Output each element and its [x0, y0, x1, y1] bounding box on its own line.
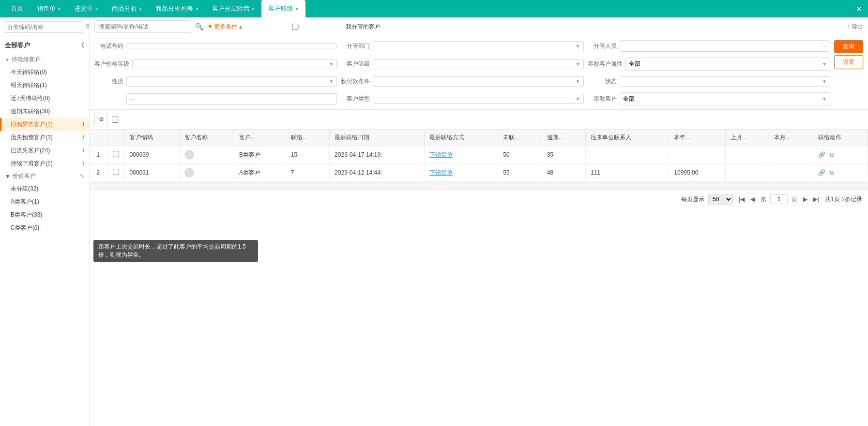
nav-product-list-close[interactable]: ×: [195, 6, 198, 12]
person-input[interactable]: ···: [620, 40, 830, 52]
arrow-down-icon2: ▼: [5, 173, 11, 180]
nav-sales-close[interactable]: ×: [58, 6, 61, 12]
filter-phone: 电话号码: [94, 42, 337, 50]
chevron-down-icon6: ▼: [329, 79, 334, 84]
nav-purchase[interactable]: 进货单 ×: [67, 0, 105, 17]
table-container: 距客户上次交易时长，超过了此客户的平均交易周期的1.5倍，则视为异常。 客户编码…: [90, 130, 868, 182]
prev-page-button[interactable]: ◀: [748, 195, 757, 204]
sidebar-item-today[interactable]: 今天待联络(0): [0, 66, 89, 79]
tooltip-box: 距客户上次交易时长，超过了此客户的平均交易周期的1.5倍，则视为异常。: [93, 240, 258, 262]
sidebar-item-class-c[interactable]: C类客户(6): [0, 221, 89, 235]
sidebar-group-pending[interactable]: ▼ 待联络客户: [0, 54, 89, 66]
info-icon3[interactable]: ℹ: [82, 147, 84, 154]
row-actions: 🔗 ⊞: [813, 164, 868, 182]
col-type: 客户...: [234, 130, 286, 146]
row-checkbox[interactable]: [113, 169, 119, 175]
export-button[interactable]: ↑ 导出: [847, 23, 863, 31]
nav-customer-tier[interactable]: 客户分层经营 ×: [205, 0, 261, 17]
retail-attr-select[interactable]: 全部 ▼: [625, 58, 830, 71]
settings-button[interactable]: 设置: [834, 55, 863, 69]
sidebar-item-ungroup[interactable]: 未分组(32): [0, 182, 89, 195]
overdue: 35: [542, 146, 585, 164]
this-month: [769, 146, 813, 164]
action-icon2[interactable]: ⊞: [830, 169, 835, 176]
sidebar-search-input[interactable]: [4, 21, 83, 33]
query-button[interactable]: 查询: [834, 40, 863, 53]
horizontal-scrollbar[interactable]: [90, 182, 868, 190]
chevron-down-icon5: ▼: [822, 61, 827, 67]
customer-type: B类客户: [234, 146, 286, 164]
not-linked: 50: [498, 146, 542, 164]
more-input[interactable]: ···: [126, 93, 337, 105]
nav-home[interactable]: 首页: [4, 0, 30, 17]
row-checkbox[interactable]: [113, 151, 119, 157]
table-header: 客户编码 客户名称 客户... 联络... 最后联络日期 最后联络方式 未联..…: [90, 130, 868, 146]
page-number-input[interactable]: [770, 194, 788, 204]
sidebar-item-tomorrow[interactable]: 明天待联络(1): [0, 79, 89, 92]
sidebar-search-icon[interactable]: 🔍: [85, 24, 90, 30]
status-select[interactable]: ▼: [620, 76, 830, 87]
next-page-button[interactable]: ▶: [801, 195, 809, 204]
contact-count: 15: [286, 146, 329, 164]
chevron-down-icon3: ▼: [329, 61, 334, 67]
info-icon[interactable]: ℹ: [82, 121, 84, 128]
nav-purchase-close[interactable]: ×: [95, 6, 98, 12]
search-button-icon[interactable]: 🔍: [195, 23, 203, 30]
first-page-button[interactable]: |◀: [737, 195, 746, 204]
customer-name: [179, 146, 234, 164]
customer-code: 000039: [124, 146, 179, 164]
contact-person: [585, 146, 669, 164]
edit-icon[interactable]: ✎: [80, 173, 84, 179]
sidebar-collapse-icon[interactable]: 《: [78, 41, 84, 50]
sidebar-item-churned[interactable]: 已流失客户(24) ℹ: [0, 144, 89, 157]
nav-customer-contact[interactable]: 客户联络 ×: [261, 0, 305, 17]
info-icon2[interactable]: ℹ: [82, 134, 84, 141]
sidebar-group-value[interactable]: ▼ 价值客户 ✎: [0, 170, 89, 182]
price-level-select[interactable]: ▼: [132, 59, 337, 69]
info-icon4[interactable]: ℹ: [82, 161, 84, 167]
sidebar-all-customers[interactable]: 全部客户 《: [0, 37, 89, 54]
sidebar-item-churn-warning[interactable]: 流失预警客户(3) ℹ: [0, 131, 89, 144]
my-customers-checkbox[interactable]: [247, 24, 344, 30]
my-customers-checkbox-label[interactable]: 我分管的客户: [247, 23, 381, 31]
nav-sales[interactable]: 销售单 ×: [30, 0, 67, 17]
more-conditions-button[interactable]: ▼ 更多条件 ▲: [207, 23, 243, 31]
nav-customer-contact-close[interactable]: ×: [295, 6, 298, 12]
per-page-select[interactable]: 50 100 200: [708, 194, 733, 205]
sidebar-item-declining[interactable]: 持续下滑客户(2) ℹ: [0, 157, 89, 170]
sidebar-item-class-b[interactable]: B类客户(33): [0, 208, 89, 221]
nature-select[interactable]: ▼: [126, 76, 337, 87]
more-icon[interactable]: ···: [822, 43, 827, 49]
customer-type: A类客户: [234, 164, 286, 182]
nav-product-list[interactable]: 商品分析列表 ×: [149, 0, 205, 17]
action-icon1[interactable]: 🔗: [818, 169, 825, 176]
contact-method-link[interactable]: 下销货单: [429, 151, 453, 158]
filter-row-2: 客户价格等级 ▼ 客户等级 ▼: [94, 58, 830, 71]
nav-product-analysis-close[interactable]: ×: [139, 6, 142, 12]
sidebar-item-overdue[interactable]: 逾期未联络(30): [0, 105, 89, 118]
last-page-button[interactable]: ▶|: [811, 195, 821, 204]
contact-method-link[interactable]: 下销货单: [429, 169, 453, 176]
sidebar-item-7days[interactable]: 近7天待联络(0): [0, 92, 89, 105]
sidebar-item-class-a[interactable]: A类客户(1): [0, 195, 89, 208]
chevron-down-icon7: ▼: [576, 79, 580, 84]
select-all-checkbox[interactable]: [112, 117, 118, 123]
nav-product-analysis[interactable]: 商品分析 ×: [105, 0, 149, 17]
nav-customer-tier-close[interactable]: ×: [252, 6, 255, 12]
dept-select[interactable]: ▼: [373, 41, 583, 51]
window-close-icon[interactable]: ✕: [856, 4, 862, 14]
search-input[interactable]: [94, 20, 191, 33]
customer-type-select[interactable]: ▼: [373, 94, 583, 104]
gear-button[interactable]: ⚙: [94, 113, 108, 126]
action-icon1[interactable]: 🔗: [818, 151, 825, 158]
filter-row-4: ··· 客户类型 ▼ 零散客户: [94, 92, 830, 105]
retail-customer-select[interactable]: 全部 ▼: [620, 92, 830, 105]
last-contact-method: 下销货单: [424, 164, 498, 182]
sidebar-item-repurchase-anomaly[interactable]: 回购异常客户(2) ℹ: [0, 118, 89, 131]
customer-level-select[interactable]: ▼: [373, 59, 583, 69]
action-icon2[interactable]: ⊞: [830, 151, 835, 158]
table-row: 2 000031 A类客户 7 2023-04-12 14:44:: [90, 164, 868, 182]
phone-input[interactable]: [126, 44, 337, 48]
payment-terms-select[interactable]: ▼: [373, 76, 583, 87]
avatar: [184, 150, 194, 160]
